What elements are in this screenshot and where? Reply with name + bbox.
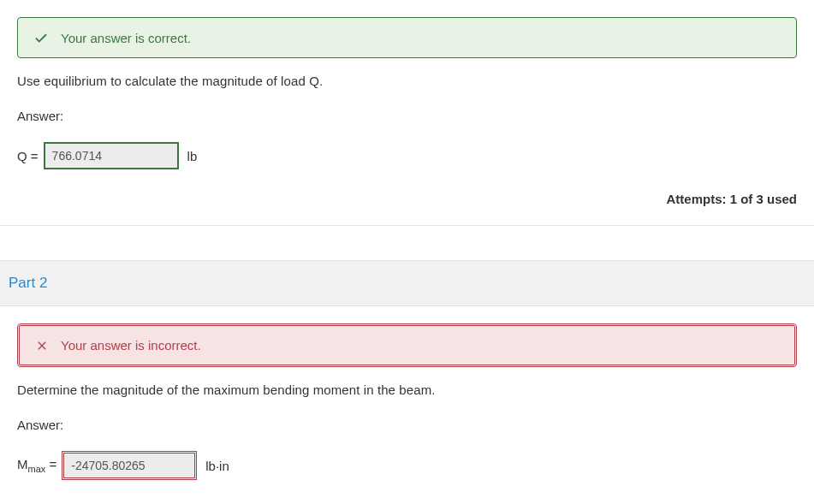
question-text-1: Use equilibrium to calculate the magnitu… — [17, 74, 797, 88]
feedback-correct-text: Your answer is correct. — [61, 31, 191, 45]
part-1-section: Your answer is correct. Use equilibrium … — [0, 17, 814, 226]
part-2-title: Part 2 — [9, 275, 47, 291]
answer-row-2: Mmax = lb·in — [17, 451, 797, 480]
check-icon — [33, 30, 49, 45]
unit-label-q: lb — [187, 149, 198, 163]
answer-row-1: Q = lb — [17, 142, 797, 169]
attempts-text: Attempts: 1 of 3 used — [0, 192, 797, 206]
answer-input-q[interactable] — [44, 142, 179, 169]
divider — [0, 225, 814, 226]
variable-eq: = — [45, 457, 56, 471]
answer-input-mmax[interactable] — [62, 451, 197, 480]
variable-label-mmax: Mmax = — [17, 457, 56, 474]
part-2-inner: Your answer is incorrect. Determine the … — [0, 323, 814, 489]
answer-label-1: Answer: — [17, 109, 797, 123]
variable-main: M — [17, 457, 28, 471]
part-2-section: Your answer is incorrect. Determine the … — [0, 323, 814, 489]
variable-sub: max — [28, 464, 46, 474]
feedback-incorrect-banner: Your answer is incorrect. — [17, 323, 797, 367]
x-icon — [35, 339, 49, 353]
part-2-header: Part 2 — [0, 260, 814, 306]
feedback-correct-banner: Your answer is correct. — [17, 17, 797, 58]
feedback-incorrect-text: Your answer is incorrect. — [61, 338, 201, 353]
answer-label-2: Answer: — [17, 418, 797, 432]
unit-label-mmax: lb·in — [205, 459, 229, 473]
part-1-inner: Your answer is correct. Use equilibrium … — [0, 17, 814, 225]
variable-label-q: Q = — [17, 149, 39, 163]
question-text-2: Determine the magnitude of the maximum b… — [17, 382, 797, 397]
